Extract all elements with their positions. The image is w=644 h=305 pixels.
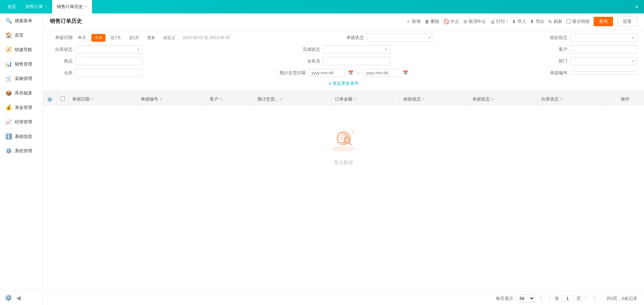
query-button[interactable]: 查询 — [594, 17, 613, 26]
receipt-status-arrow: ▾ — [632, 35, 634, 40]
receipt-status-select[interactable]: ▾ — [570, 34, 637, 42]
filter-area: 单据日期 昨天 今天 近7天 近1月 更多 自定义 2023-06-02 至 2… — [43, 30, 644, 91]
th-amount-sort[interactable]: 订单金额 ⇅ — [335, 96, 397, 102]
import-button[interactable]: ⬇ 导入 — [512, 18, 526, 25]
department-label: 部门 — [545, 58, 567, 64]
new-button[interactable]: ＋ 新增 — [406, 18, 421, 25]
salesman-input[interactable]: ... — [323, 57, 390, 65]
display-detail-checkbox[interactable] — [566, 19, 571, 24]
outbound-status-label: 出库状态 — [50, 46, 73, 52]
page-next-button[interactable]: ⟩ — [584, 295, 589, 302]
sidebar-item-quicknav[interactable]: 🧭 快捷导航 — [0, 42, 43, 57]
expected-date-to[interactable] — [363, 69, 400, 77]
sidebar-item-purchase[interactable]: 🛒 采购管理 — [0, 71, 43, 86]
th-date: 单据日期 ⇅ — [69, 93, 137, 105]
date-btn-more[interactable]: 更多 — [144, 34, 158, 42]
page-prev-button[interactable]: ⟨ — [547, 295, 552, 302]
th-outbound-status: 出库状态 ⇅ — [538, 93, 606, 105]
tab-sales-history[interactable]: 销售订单历史 × — [52, 0, 92, 13]
th-doc-status-sort[interactable]: 单据状态 ⇅ — [472, 96, 534, 102]
expected-date-from-calendar-icon[interactable]: 📅 — [348, 70, 353, 75]
page-number-input[interactable] — [562, 295, 574, 302]
tab-home[interactable]: 首页 — [3, 0, 21, 13]
warehouse-label: 仓库 — [50, 70, 73, 76]
collapse-up-icon: ∧ — [328, 81, 332, 86]
goods-input-placeholder: ... — [78, 59, 82, 64]
cancel-stop-button[interactable]: ⊘ 取消中止 — [463, 18, 486, 25]
stop-button[interactable]: 🚫 中止 — [443, 18, 459, 25]
column-settings-icon[interactable]: ⚙️ — [47, 97, 52, 102]
date-btn-yesterday[interactable]: 昨天 — [75, 34, 89, 42]
page-size-select[interactable]: 50 100 200 — [516, 295, 535, 302]
sidebar-item-basics[interactable]: ℹ️ 基础信息 — [0, 129, 43, 144]
th-expected-date-sort[interactable]: 预计交货... ⇅ — [257, 96, 328, 102]
outbound-status-arrow: ▾ — [137, 47, 139, 52]
print-button[interactable]: 🖨 打印 ▾ — [490, 18, 508, 25]
sidebar-item-finance[interactable]: 💰 资金管理 — [0, 100, 43, 115]
goods-input[interactable]: ... — [75, 57, 142, 65]
sidebar-item-home[interactable]: 🏠 首页 — [0, 28, 43, 42]
th-date-sort[interactable]: 单据日期 ⇅ — [72, 96, 134, 102]
expected-date-from[interactable] — [308, 69, 345, 77]
page-first-button[interactable]: ⟨⟨ — [538, 295, 544, 302]
stop-icon: 🚫 — [443, 19, 449, 24]
content-area: 销售订单历史 ＋ 新增 🗑 删除 🚫 中止 ⊘ 取消中止 — [43, 13, 644, 305]
date-btn-custom[interactable]: 自定义 — [160, 34, 178, 42]
th-settings: ⚙️ — [43, 93, 56, 105]
warehouse-input[interactable]: ... — [75, 69, 142, 77]
date-btn-7days[interactable]: 近7天 — [108, 34, 124, 42]
window-close-icon[interactable]: ✕ — [635, 4, 639, 9]
complete-status-label: 完成状态 — [297, 46, 320, 52]
warehouse-input-placeholder: ... — [78, 70, 82, 75]
collapse-filter-link[interactable]: ∧ 收起更多条件 — [50, 80, 637, 86]
page-size-label: 每页显示 — [496, 296, 513, 302]
th-outbound-status-sort[interactable]: 出库状态 ⇅ — [541, 96, 603, 102]
complete-status-arrow: ▾ — [385, 47, 387, 52]
sidebar-item-inventory[interactable]: 📦 库存核算 — [0, 86, 43, 100]
goods-label: 商品 — [50, 58, 73, 64]
th-receipt-status-sort[interactable]: 收款状态 ⇅ — [403, 96, 465, 102]
th-amount: 订单金额 ⇅ — [331, 93, 400, 105]
expected-date-to-calendar-icon[interactable]: 📅 — [403, 70, 408, 75]
sidebar-collapse-icon[interactable]: ◀ — [16, 294, 21, 302]
salesman-input-placeholder: ... — [326, 59, 330, 64]
system-icon: ⚙️ — [5, 148, 12, 154]
select-all-checkbox[interactable] — [60, 97, 65, 101]
tab-sales-history-close[interactable]: × — [85, 4, 87, 9]
expected-date-group: 📅 — 📅 — [308, 69, 408, 77]
tab-sales-order[interactable]: 销售订单 × — [21, 0, 52, 13]
date-btn-today[interactable]: 今天 — [91, 34, 105, 42]
delete-button[interactable]: 🗑 删除 — [425, 18, 439, 25]
sidebar-item-purchase-label: 采购管理 — [15, 76, 32, 82]
department-select[interactable]: ▾ — [570, 57, 637, 65]
sidebar-item-management[interactable]: 📈 经营管理 — [0, 115, 43, 129]
tab-sales-order-close[interactable]: × — [45, 4, 47, 9]
table-area: ⚙️ 单据日期 ⇅ 单据编号 — [43, 93, 644, 292]
status-filter-select[interactable]: ▾ — [367, 34, 434, 42]
total-record-label: 共0页，0条记录 — [606, 296, 637, 302]
th-order-num-sort[interactable]: 单据编号 ⇅ — [141, 96, 203, 102]
page-last-button[interactable]: ⟩⟩ — [591, 295, 598, 302]
display-detail-toggle[interactable]: 显示明细 — [566, 18, 590, 25]
status-filter-label: 单据状态 — [341, 35, 364, 41]
home-icon: 🏠 — [5, 32, 12, 38]
th-check — [56, 93, 69, 105]
sidebar-item-sales[interactable]: 📊 销售管理 — [0, 57, 43, 71]
order-num-input[interactable] — [570, 71, 637, 75]
sidebar-item-system[interactable]: ⚙️ 系统管理 — [0, 144, 43, 158]
sort-ordernum-icon: ⇅ — [160, 98, 162, 101]
purchase-icon: 🛒 — [5, 75, 12, 82]
refresh-button[interactable]: ↻ 刷新 — [548, 18, 562, 25]
sidebar-search[interactable]: 🔍 搜索菜单 — [0, 13, 43, 28]
th-customer-sort[interactable]: 客户 ⇅ — [210, 96, 250, 102]
complete-status-select[interactable]: ▾ — [323, 45, 390, 53]
outbound-status-select[interactable]: ▾ — [75, 45, 142, 53]
sort-receipt-icon: ⇅ — [422, 98, 425, 101]
customer-input[interactable]: ... — [570, 45, 637, 53]
sidebar-settings-icon[interactable]: ⚙️ — [5, 294, 12, 302]
date-btn-1month[interactable]: 近1月 — [126, 34, 142, 42]
filter-row-1: 单据日期 昨天 今天 近7天 近1月 更多 自定义 2023-06-02 至 2… — [50, 34, 637, 42]
export-button[interactable]: ⬆ 导出 — [530, 18, 544, 25]
settings-button[interactable]: 设置 — [617, 16, 637, 27]
export-icon: ⬆ — [530, 19, 534, 24]
